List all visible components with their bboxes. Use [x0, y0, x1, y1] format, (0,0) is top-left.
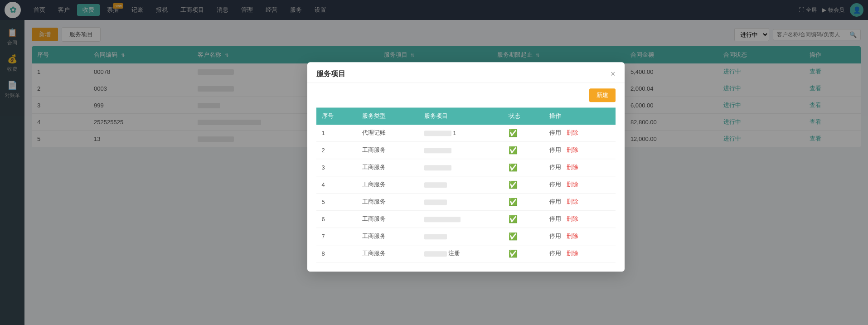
modal-table-row: 3 工商服务 ✅ 停用 删除 [316, 159, 616, 176]
modal-col-type: 服务类型 [357, 107, 418, 125]
status-check-icon: ✅ [509, 233, 518, 240]
modal-table-row: 1 代理记账 1 ✅ 停用 删除 [316, 125, 616, 142]
service-modal: 服务项目 × 新建 序号 服务类型 服务项目 状态 操作 1 代理记账 1 [307, 62, 625, 272]
stop-button[interactable]: 停用 [549, 181, 561, 188]
modal-table-row: 7 工商服务 ✅ 停用 删除 [316, 228, 616, 245]
status-check-icon: ✅ [509, 164, 518, 171]
status-check-icon: ✅ [509, 181, 518, 189]
status-check-icon: ✅ [509, 250, 518, 257]
delete-button[interactable]: 删除 [567, 233, 578, 239]
modal-col-action: 操作 [544, 107, 615, 125]
status-check-icon: ✅ [509, 215, 518, 223]
stop-button[interactable]: 停用 [549, 129, 561, 136]
modal-table-row: 5 工商服务 ✅ 停用 删除 [316, 193, 616, 210]
delete-button[interactable]: 删除 [567, 250, 578, 257]
modal-title: 服务项目 [316, 69, 345, 79]
modal-col-seq: 序号 [316, 107, 357, 125]
stop-button[interactable]: 停用 [549, 233, 561, 239]
modal-col-item: 服务项目 [419, 107, 504, 125]
delete-button[interactable]: 删除 [567, 198, 578, 205]
modal-table-row: 8 工商服务 注册 ✅ 停用 删除 [316, 245, 616, 262]
delete-button[interactable]: 删除 [567, 181, 578, 188]
stop-button[interactable]: 停用 [549, 164, 561, 170]
delete-button[interactable]: 删除 [567, 129, 578, 136]
modal-table-row: 6 工商服务 ✅ 停用 删除 [316, 210, 616, 228]
modal-body: 序号 服务类型 服务项目 状态 操作 1 代理记账 1 ✅ 停用 删除 [307, 107, 625, 272]
status-check-icon: ✅ [509, 198, 518, 206]
stop-button[interactable]: 停用 [549, 215, 561, 222]
modal-close-button[interactable]: × [611, 70, 616, 78]
delete-button[interactable]: 删除 [567, 164, 578, 170]
status-check-icon: ✅ [509, 129, 518, 137]
modal-header: 服务项目 × [307, 62, 625, 83]
modal-col-status: 状态 [503, 107, 544, 125]
stop-button[interactable]: 停用 [549, 198, 561, 205]
modal-toolbar: 新建 [307, 83, 625, 107]
status-check-icon: ✅ [509, 146, 518, 154]
stop-button[interactable]: 停用 [549, 250, 561, 257]
modal-new-button[interactable]: 新建 [589, 88, 616, 102]
modal-table: 序号 服务类型 服务项目 状态 操作 1 代理记账 1 ✅ 停用 删除 [316, 107, 616, 262]
delete-button[interactable]: 删除 [567, 215, 578, 222]
modal-table-row: 4 工商服务 ✅ 停用 删除 [316, 176, 616, 193]
modal-table-row: 2 工商服务 ✅ 停用 删除 [316, 141, 616, 159]
stop-button[interactable]: 停用 [549, 146, 561, 153]
delete-button[interactable]: 删除 [567, 146, 578, 153]
